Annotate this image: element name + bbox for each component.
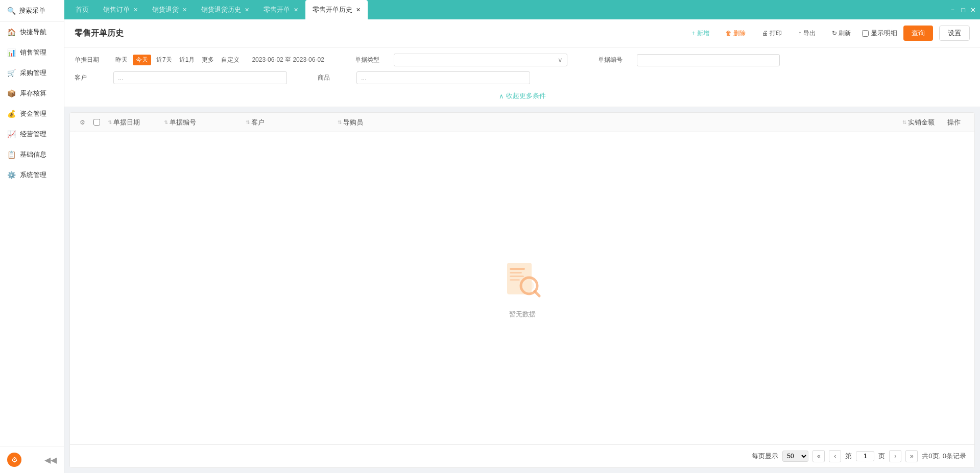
th-guide[interactable]: ⇅ 导购员	[333, 118, 395, 127]
empty-text: 暂无数据	[509, 310, 536, 319]
tab-label-home: 首页	[76, 5, 89, 14]
nav-label-basic-info: 基础信息	[20, 150, 46, 159]
tabs-container: 首页销售订单✕销货退货✕销货退货历史✕零售开单✕零售开单历史✕	[68, 0, 368, 19]
nav-label-quick-nav: 快捷导航	[20, 28, 46, 37]
window-maximize-button[interactable]: □	[961, 6, 965, 14]
sidebar-collapse-button[interactable]: ◀◀	[44, 455, 57, 465]
tab-sales-return[interactable]: 销货退货✕	[145, 0, 194, 19]
tab-home[interactable]: 首页	[68, 0, 96, 19]
client-filter-input[interactable]: ...	[113, 71, 287, 84]
th-checkbox[interactable]	[89, 119, 104, 126]
svg-rect-3	[510, 276, 524, 277]
delete-button[interactable]: 🗑 删除	[721, 27, 751, 40]
th-guide-sort-icon: ⇅	[338, 119, 342, 125]
pagination: 每页显示 50 10 20 100 « ‹ 第 页 › » 共0页, 0条记录	[70, 444, 974, 467]
nav-icon-system: ⚙️	[7, 171, 16, 179]
query-button[interactable]: 查询	[903, 26, 933, 41]
nav-label-operations: 经营管理	[20, 130, 46, 139]
sidebar-search[interactable]: 🔍 搜索采单	[0, 0, 64, 22]
per-page-select[interactable]: 50 10 20 100	[782, 451, 808, 462]
tab-sales-return-history[interactable]: 销货退货历史✕	[194, 0, 256, 19]
empty-state: 暂无数据	[70, 132, 974, 444]
refresh-button[interactable]: ↻ 刷新	[827, 27, 856, 40]
empty-icon	[499, 258, 545, 304]
th-amount[interactable]: ⇅ 实销金额	[888, 118, 939, 127]
window-minimize-button[interactable]: －	[949, 5, 956, 14]
th-num-sort-icon: ⇅	[164, 119, 168, 125]
sidebar-item-operations[interactable]: 📈经营管理	[0, 124, 64, 144]
svg-rect-4	[510, 279, 520, 281]
tab-close-sales-return[interactable]: ✕	[182, 7, 187, 13]
th-client[interactable]: ⇅ 客户	[242, 118, 333, 127]
goods-placeholder: ...	[361, 74, 367, 82]
sidebar-gear-button[interactable]: ⚙	[7, 453, 21, 467]
filter-row-2: 客户 ... 商品 ...	[75, 71, 970, 84]
first-page-button[interactable]: «	[812, 450, 825, 462]
th-num[interactable]: ⇅ 单据编号	[160, 118, 242, 127]
collapse-icon: ∧	[499, 92, 504, 100]
date-filter-custom[interactable]: 自定义	[219, 55, 242, 65]
goods-filter-input[interactable]: ...	[356, 71, 530, 84]
type-filter-select[interactable]: ∨	[394, 54, 567, 66]
sidebar-item-system[interactable]: ⚙️系统管理	[0, 165, 64, 185]
tab-sales-order[interactable]: 销售订单✕	[96, 0, 145, 19]
filter-bar: 单据日期 昨天今天近7天近1月更多自定义 2023-06-02 至 2023-0…	[64, 47, 980, 107]
setting-button[interactable]: 设置	[939, 26, 970, 41]
tab-retail-open-history[interactable]: 零售开单历史✕	[305, 0, 368, 19]
print-button[interactable]: 🖨 打印	[757, 27, 787, 40]
filter-collapse-row: ∧ 收起更多条件	[75, 89, 970, 101]
next-page-button[interactable]: ›	[889, 450, 901, 462]
per-page-label: 每页显示	[752, 452, 778, 461]
svg-point-6	[524, 281, 534, 291]
tab-label-sales-order: 销售订单	[103, 5, 130, 14]
table-area: ⚙ ⇅ 单据日期 ⇅ 单据编号 ⇅ 客户 ⇅ 导购员	[69, 112, 975, 468]
tab-close-sales-return-history[interactable]: ✕	[245, 7, 249, 13]
add-button[interactable]: + 新增	[686, 27, 714, 40]
th-settings[interactable]: ⚙	[75, 119, 89, 126]
export-button[interactable]: ↑ 导出	[793, 27, 820, 40]
page-input[interactable]	[856, 451, 874, 461]
num-filter-input[interactable]	[637, 54, 780, 66]
th-client-sort-icon: ⇅	[246, 119, 250, 125]
sidebar-item-basic-info[interactable]: 📋基础信息	[0, 144, 64, 165]
sidebar-item-sales-mgmt[interactable]: 📊销售管理	[0, 42, 64, 63]
sidebar-item-quick-nav[interactable]: 🏠快捷导航	[0, 22, 64, 42]
date-filter-last7[interactable]: 近7天	[154, 55, 174, 65]
page-label: 第	[845, 452, 852, 461]
sidebar-item-purchase-mgmt[interactable]: 🛒采购管理	[0, 63, 64, 83]
th-guide-label: 导购员	[343, 118, 363, 127]
sidebar-item-inventory[interactable]: 📦库存核算	[0, 83, 64, 104]
sidebar-nav: 🏠快捷导航📊销售管理🛒采购管理📦库存核算💰资金管理📈经营管理📋基础信息⚙️系统管…	[0, 22, 64, 185]
date-filter-last1month[interactable]: 近1月	[177, 55, 197, 65]
select-all-checkbox[interactable]	[93, 119, 100, 126]
th-date[interactable]: ⇅ 单据日期	[104, 118, 160, 127]
display-detail-checkbox-wrap: 显示明细	[862, 29, 897, 38]
svg-rect-2	[510, 272, 522, 273]
display-detail-checkbox[interactable]	[862, 30, 869, 37]
date-filter-more[interactable]: 更多	[200, 55, 216, 65]
display-detail-label: 显示明细	[871, 29, 897, 38]
nav-icon-purchase-mgmt: 🛒	[7, 69, 16, 77]
th-amount-sort-icon: ⇅	[902, 119, 906, 125]
nav-icon-inventory: 📦	[7, 89, 16, 97]
page-header: 零售开单历史 + 新增 🗑 删除 🖨 打印 ↑ 导出 ↻ 刷新 显示明细 查询 …	[64, 19, 980, 47]
sidebar-item-finance[interactable]: 💰资金管理	[0, 104, 64, 124]
th-op: 操作	[939, 118, 969, 127]
collapse-button[interactable]: ∧ 收起更多条件	[499, 89, 546, 101]
tab-close-retail-open[interactable]: ✕	[294, 7, 298, 13]
svg-line-7	[535, 291, 539, 296]
window-close-button[interactable]: ✕	[970, 6, 976, 14]
last-page-button[interactable]: »	[905, 450, 918, 462]
prev-page-button[interactable]: ‹	[829, 450, 841, 462]
tab-close-retail-open-history[interactable]: ✕	[356, 7, 361, 13]
empty-illustration	[499, 258, 545, 304]
tab-retail-open[interactable]: 零售开单✕	[256, 0, 305, 19]
type-dropdown-icon: ∨	[558, 56, 563, 64]
th-num-label: 单据编号	[170, 118, 196, 127]
date-filter-yesterday[interactable]: 昨天	[113, 55, 130, 65]
date-filter-today[interactable]: 今天	[133, 55, 151, 65]
svg-rect-1	[510, 268, 525, 270]
tab-close-sales-order[interactable]: ✕	[133, 7, 138, 13]
sidebar-search-label: 搜索采单	[19, 6, 45, 15]
nav-label-inventory: 库存核算	[20, 89, 46, 98]
